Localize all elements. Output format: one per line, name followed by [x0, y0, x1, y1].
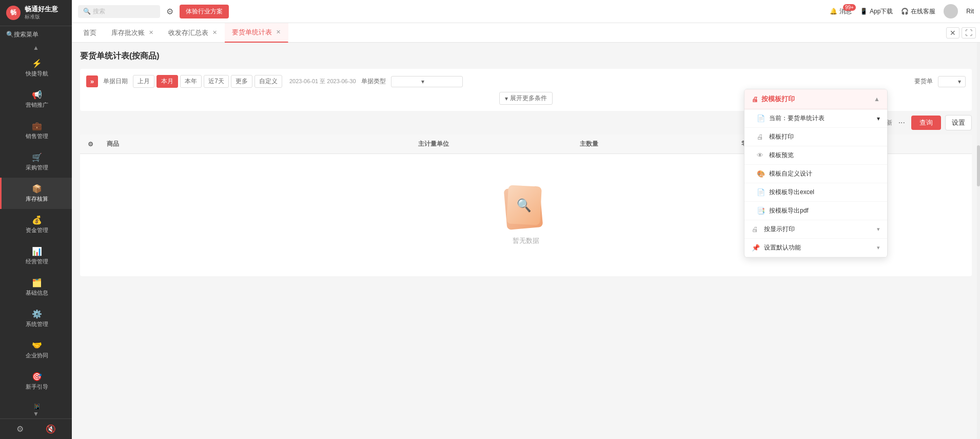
set-default-label: 设置默认功能: [764, 243, 801, 252]
filter-date-this-month[interactable]: 本月: [156, 75, 178, 88]
tab-maximize-btn[interactable]: ⛶: [962, 27, 976, 39]
sidebar-item-finance[interactable]: 💰 资金管理: [0, 209, 72, 240]
tab-home[interactable]: 首页: [76, 23, 104, 43]
settings-btn[interactable]: 设置: [945, 115, 972, 130]
topbar-search-placeholder: 搜索: [93, 7, 105, 16]
sidebar-item-label: 系统管理: [26, 320, 48, 328]
sales-icon: 💼: [32, 121, 42, 131]
tab-inventory-batch[interactable]: 库存批次账 ✕: [104, 23, 161, 43]
tab-close-all-btn[interactable]: ✕: [946, 27, 959, 39]
settings-bottom-icon[interactable]: ⚙: [16, 424, 24, 434]
tab-order-stats-label: 要货单统计表: [232, 28, 272, 37]
dropdown-item-template-pdf[interactable]: 📑 按模板导出pdf: [744, 202, 887, 220]
sidebar-item-quick[interactable]: ⚡ 快捷导航: [0, 52, 72, 84]
filter-type-select[interactable]: ▾: [391, 76, 463, 87]
dropdown-item-template-excel[interactable]: 📄 按模板导出excel: [744, 183, 887, 202]
dropdown-header-left: 🖨 按模板打印: [752, 94, 795, 104]
dropdown-header: 🖨 按模板打印 ▲: [744, 89, 887, 109]
dropdown-item-label: 按模板导出excel: [769, 188, 814, 197]
notice-badge: 99+: [843, 4, 856, 11]
dropdown-item-label: 模板预览: [769, 151, 794, 160]
sidebar-item-label: 采购管理: [26, 164, 48, 171]
app-download-btn[interactable]: 📱 App下载: [860, 7, 893, 16]
sidebar-item-corp[interactable]: 🤝 企业协同: [0, 334, 72, 366]
trial-btn[interactable]: 体验行业方案: [180, 5, 229, 18]
sidebar-item-purchase[interactable]: 🛒 采购管理: [0, 146, 72, 178]
sidebar-item-guide[interactable]: 🎯 新手引导: [0, 366, 72, 397]
right-scrollbar[interactable]: [977, 43, 980, 439]
dropdown-item-label: 模板打印: [769, 132, 794, 141]
dropdown-chevron-up-icon[interactable]: ▲: [874, 96, 880, 103]
filter-expand-toggle[interactable]: »: [86, 75, 98, 87]
template-excel-icon: 📄: [757, 188, 765, 196]
tab-inventory-batch-close[interactable]: ✕: [149, 29, 153, 36]
more-btn[interactable]: ···: [896, 116, 907, 129]
sidebar-item-label: 快捷导航: [26, 70, 48, 78]
filter-expand-btn[interactable]: ▾ 展开更多条件: [499, 92, 553, 105]
topbar: 🔍 搜索 ⚙ 体验行业方案 🔔 消息 99+ 📱 App下载 🎧 在线客服 Ri…: [72, 0, 980, 23]
topbar-right: 🔔 消息 99+ 📱 App下载 🎧 在线客服 Rit: [830, 4, 974, 18]
empty-illustration: 🔍: [500, 185, 552, 231]
sidebar-search[interactable]: 🔍 搜索菜单: [0, 26, 72, 43]
dropdown-item-template-print[interactable]: 🖨 模板打印: [744, 128, 887, 146]
filter-yaohuodan-select[interactable]: ▾: [938, 76, 966, 87]
dropdown-section-display-print[interactable]: 🖨 按显示打印 ▾: [744, 220, 887, 239]
sidebar-scroll-up[interactable]: ▲: [0, 43, 72, 52]
sidebar-item-marketing[interactable]: 📢 营销推广: [0, 84, 72, 115]
dropdown-item-template-design[interactable]: 🎨 模板自定义设计: [744, 165, 887, 183]
user-avatar[interactable]: [944, 4, 958, 18]
topbar-gear-icon[interactable]: ⚙: [166, 7, 173, 16]
col-unit: 主计量单位: [412, 135, 574, 154]
tab-receipt-summary-close[interactable]: ✕: [212, 29, 217, 36]
topbar-search[interactable]: 🔍 搜索: [78, 5, 160, 18]
filter-row: » 单据日期 上月 本月 本年 近7天 更多 自定义 2023-06-01 至 …: [86, 75, 966, 88]
sidebar-item-inventory[interactable]: 📦 库存核算: [0, 178, 72, 209]
sidebar-scroll-down[interactable]: ▼: [0, 409, 72, 418]
main-area: 🔍 搜索 ⚙ 体验行业方案 🔔 消息 99+ 📱 App下载 🎧 在线客服 Ri…: [72, 0, 980, 439]
notice-btn[interactable]: 🔔 消息 99+: [830, 7, 852, 16]
expand-chevron-icon: ▾: [505, 95, 508, 102]
filter-date-group: 上月 本月 本年 近7天 更多 自定义: [133, 75, 282, 88]
notice-icon: 🔔: [830, 8, 837, 15]
sidebar-nav: ⚡ 快捷导航 📢 营销推广 💼 销售管理 🛒 采购管理 📦 库存核算 💰 资金管…: [0, 52, 72, 409]
scrollbar-thumb[interactable]: [977, 145, 980, 186]
app-download-icon: 📱: [860, 8, 868, 15]
empty-text: 暂无数据: [513, 236, 539, 245]
sidebar-item-operation[interactable]: 📊 经营管理: [0, 240, 72, 272]
app-download-label: App下载: [870, 7, 893, 16]
quick-icon: ⚡: [32, 59, 42, 68]
search-icon: 🔍: [6, 31, 14, 38]
tab-receipt-summary[interactable]: 收发存汇总表 ✕: [161, 23, 225, 43]
sidebar-item-label: 库存核算: [26, 195, 48, 203]
col-qty: 主数量: [574, 135, 735, 154]
dropdown-print-icon: 🖨: [752, 96, 758, 103]
dropdown-section-set-default[interactable]: 📌 设置默认功能 ▾: [744, 239, 887, 257]
filter-date-custom[interactable]: 自定义: [254, 75, 282, 88]
query-btn[interactable]: 查询: [911, 116, 941, 130]
username-label[interactable]: Rit: [966, 8, 974, 15]
filter-yaohuodan-arrow: ▾: [958, 78, 961, 85]
filter-date-last-month[interactable]: 上月: [133, 75, 154, 88]
sidebar-item-base[interactable]: 🗂️ 基础信息: [0, 272, 72, 303]
filter-date-range: 2023-06-01 至 2023-06-30: [289, 78, 356, 85]
mute-bottom-icon[interactable]: 🔇: [46, 424, 56, 434]
dropdown-current-template[interactable]: 📄 当前：要货单统计表 ▾: [744, 109, 887, 128]
tab-order-stats-close[interactable]: ✕: [276, 29, 281, 35]
set-default-arrow: ▾: [877, 244, 880, 251]
sidebar-item-sales[interactable]: 💼 销售管理: [0, 115, 72, 146]
filter-date-7days[interactable]: 近7天: [204, 75, 229, 88]
sidebar-item-app[interactable]: 📱 应用中心: [0, 397, 72, 409]
dropdown-item-label: 模板自定义设计: [769, 169, 812, 178]
online-service-btn[interactable]: 🎧 在线客服: [901, 7, 935, 16]
sidebar-item-label: 基础信息: [26, 289, 48, 297]
tab-order-stats[interactable]: 要货单统计表 ✕: [225, 23, 288, 43]
sidebar-item-system[interactable]: ⚙️ 系统管理: [0, 303, 72, 334]
tab-inventory-batch-label: 库存批次账: [111, 28, 145, 37]
operation-icon: 📊: [32, 246, 42, 256]
dropdown-item-template-preview[interactable]: 👁 模板预览: [744, 146, 887, 165]
app-logo-icon: 畅: [6, 6, 21, 20]
col-settings[interactable]: ⚙: [80, 136, 101, 153]
finance-icon: 💰: [32, 215, 42, 225]
filter-date-this-year[interactable]: 本年: [180, 75, 202, 88]
filter-date-more[interactable]: 更多: [231, 75, 252, 88]
